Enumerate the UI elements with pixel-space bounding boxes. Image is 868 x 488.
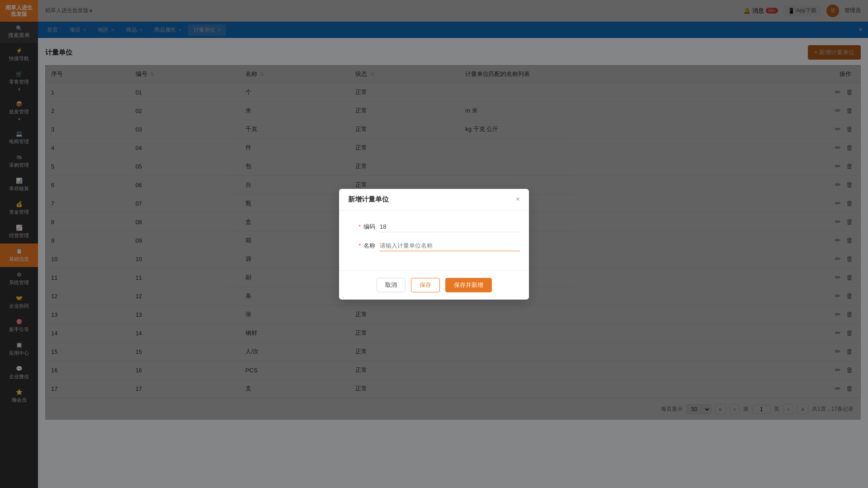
modal-body: * 编码 * 名称: [339, 211, 529, 270]
name-required-mark: *: [359, 242, 361, 249]
modal-title: 新增计量单位: [348, 195, 389, 204]
save-button[interactable]: 保存: [411, 278, 440, 292]
code-form-row: * 编码: [348, 221, 520, 232]
code-input[interactable]: [380, 221, 520, 232]
modal-footer: 取消 保存 保存并新增: [339, 270, 529, 300]
modal-header: 新增计量单位 ×: [339, 189, 529, 211]
code-label: * 编码: [348, 223, 375, 231]
name-form-row: * 名称: [348, 240, 520, 251]
save-continue-button[interactable]: 保存并新增: [445, 278, 492, 292]
modal-overlay: 新增计量单位 × * 编码 * 名称 取消 保存 保存并新增: [0, 0, 868, 488]
name-label: * 名称: [348, 242, 375, 250]
code-required-mark: *: [359, 223, 361, 230]
modal-close-btn[interactable]: ×: [516, 196, 520, 203]
add-unit-modal: 新增计量单位 × * 编码 * 名称 取消 保存 保存并新增: [339, 189, 529, 300]
name-input[interactable]: [380, 240, 520, 251]
cancel-button[interactable]: 取消: [377, 278, 406, 292]
